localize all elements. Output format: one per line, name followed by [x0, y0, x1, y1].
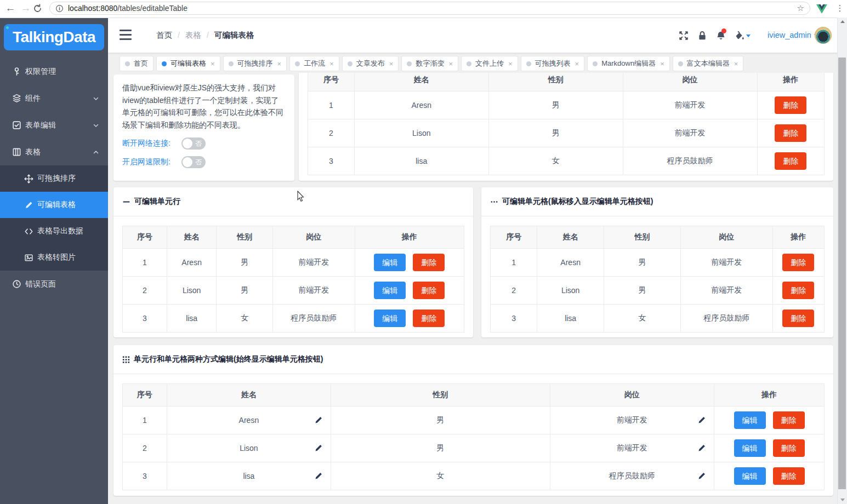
tab-item[interactable]: 文章发布×: [342, 56, 399, 71]
sidebar-item[interactable]: 可编辑表格: [0, 192, 108, 218]
edit-cell-pencil-icon[interactable]: [314, 472, 323, 480]
edit-cell-pencil-icon[interactable]: [697, 444, 706, 453]
tab-close-icon[interactable]: ×: [575, 60, 579, 68]
tab-item[interactable]: 可拖拽排序×: [223, 56, 287, 71]
edit-cell-pencil-icon[interactable]: [314, 444, 323, 453]
move-icon: [24, 174, 33, 184]
edit-button[interactable]: 编辑: [374, 310, 406, 327]
edit-cell-pencil-icon[interactable]: [697, 416, 706, 425]
tab-close-icon[interactable]: ×: [734, 60, 738, 68]
network-disconnect-switch[interactable]: 否: [181, 138, 206, 150]
table-cell: 3: [123, 305, 167, 333]
tab-item[interactable]: 富文本编辑器×: [673, 56, 744, 71]
sidebar-item[interactable]: 表格: [0, 139, 108, 165]
tab-close-icon[interactable]: ×: [448, 60, 453, 68]
tab-item[interactable]: 工作流×: [289, 56, 339, 71]
sidebar-item[interactable]: 可拖拽排序: [0, 165, 108, 192]
table-cell: 程序员鼓励师: [273, 305, 355, 333]
scrollbar-down-icon[interactable]: [838, 496, 847, 504]
address-bar[interactable]: localhost:8080/tables/editableTable ☆: [49, 2, 810, 15]
lock-icon[interactable]: [697, 31, 707, 41]
toggle-speed-label[interactable]: 开启网速限制:: [122, 157, 181, 167]
delete-button[interactable]: 删除: [413, 310, 445, 327]
tab-close-icon[interactable]: ×: [660, 60, 664, 68]
browser-reload-icon[interactable]: [33, 4, 47, 14]
column-header: 性别: [331, 384, 550, 406]
column-header: 岗位: [681, 226, 772, 249]
edit-button[interactable]: 编辑: [734, 411, 766, 429]
chevron-down-icon: [93, 122, 99, 129]
speed-limit-switch[interactable]: 否: [181, 156, 206, 168]
scrollbar-up-icon[interactable]: [838, 18, 847, 26]
edit-cell-pencil-icon[interactable]: [697, 472, 706, 480]
delete-button[interactable]: 删除: [782, 254, 814, 271]
edit-button[interactable]: 编辑: [374, 282, 406, 299]
table-cell: 前端开发: [681, 277, 772, 305]
table-cell: lisa: [354, 147, 488, 175]
delete-button[interactable]: 删除: [775, 152, 806, 170]
sidebar-item[interactable]: 表单编辑: [0, 112, 108, 139]
breadcrumb-section[interactable]: 表格: [185, 30, 201, 41]
table-cell: 前端开发: [623, 119, 757, 147]
delete-button[interactable]: 删除: [775, 124, 806, 142]
column-header: 序号: [491, 226, 537, 249]
checkbox-icon: [12, 121, 21, 130]
edit-button[interactable]: 编辑: [374, 254, 406, 271]
tab-item[interactable]: 数字渐变×: [401, 56, 458, 71]
sidebar-item[interactable]: 错误页面: [0, 271, 108, 297]
page-scrollbar[interactable]: [837, 18, 847, 504]
breadcrumb-home[interactable]: 首页: [156, 30, 172, 41]
delete-button[interactable]: 删除: [413, 254, 445, 271]
chevron-up-icon: [93, 149, 99, 156]
delete-button[interactable]: 删除: [413, 282, 445, 299]
tab-close-icon[interactable]: ×: [211, 60, 215, 68]
page-info-icon[interactable]: [55, 4, 64, 13]
table-cell: 程序员鼓励师: [623, 147, 757, 175]
table-row: 1Aresn男前端开发删除: [491, 249, 825, 277]
edit-cell-pencil-icon[interactable]: [314, 416, 323, 425]
bookmark-star-icon[interactable]: ☆: [797, 3, 804, 13]
toggle-network-label[interactable]: 断开网络连接:: [122, 139, 181, 148]
table-cell: 3: [308, 147, 355, 175]
delete-button[interactable]: 删除: [773, 467, 805, 485]
tab-item[interactable]: 可拖拽列表×: [521, 56, 585, 71]
tab-close-icon[interactable]: ×: [508, 60, 513, 68]
tab-item[interactable]: 可编辑表格×: [156, 56, 220, 71]
table-cell: Aresn: [167, 249, 216, 277]
sidebar-item[interactable]: 权限管理: [0, 58, 108, 85]
edit-button[interactable]: 编辑: [734, 467, 766, 485]
collapse-menu-icon[interactable]: [120, 30, 132, 40]
username-text: iview_admin: [768, 31, 811, 39]
sidebar-item[interactable]: 表格转图片: [0, 244, 108, 271]
scrollbar-thumb[interactable]: [838, 58, 846, 489]
tab-item[interactable]: Markdown编辑器×: [587, 56, 670, 71]
browser-menu-icon[interactable]: ⋮: [834, 0, 846, 18]
fullscreen-icon[interactable]: [679, 31, 689, 41]
delete-button[interactable]: 删除: [782, 282, 814, 299]
sidebar-item[interactable]: 表格导出数据: [0, 218, 108, 244]
tab-close-icon[interactable]: ×: [277, 60, 282, 68]
tab-close-icon[interactable]: ×: [329, 60, 334, 68]
table-cell: 女: [604, 305, 681, 333]
avatar[interactable]: [815, 27, 832, 44]
clock-icon: [12, 279, 21, 289]
card-title: 单元行和单元格两种方式编辑(始终显示编辑单元格按钮): [113, 345, 833, 374]
theme-caret-icon[interactable]: [746, 35, 751, 37]
delete-button[interactable]: 删除: [775, 96, 806, 114]
delete-button[interactable]: 删除: [773, 439, 805, 457]
browser-back-icon[interactable]: ←: [3, 0, 18, 18]
tab-close-icon[interactable]: ×: [389, 60, 394, 68]
user-menu[interactable]: iview_admin: [768, 31, 818, 39]
editable-row-card: 可编辑单元行 序号姓名性别岗位操作1Aresn男前端开发编辑删除2Lison男前…: [113, 187, 473, 337]
tab-item[interactable]: 文件上传×: [461, 56, 518, 71]
column-header: 姓名: [167, 384, 331, 406]
delete-button[interactable]: 删除: [773, 411, 805, 429]
sidebar-item[interactable]: 组件: [0, 85, 108, 112]
tab-item[interactable]: 首页: [120, 56, 154, 71]
edit-button[interactable]: 编辑: [734, 439, 766, 457]
theme-paint-icon[interactable]: [735, 31, 744, 41]
vue-devtools-icon[interactable]: [816, 4, 827, 14]
top-header: 首页 / 表格 / 可编辑表格 iview_admin: [108, 18, 838, 53]
delete-button[interactable]: 删除: [782, 310, 814, 327]
app-logo[interactable]: TalkingData: [4, 24, 104, 50]
